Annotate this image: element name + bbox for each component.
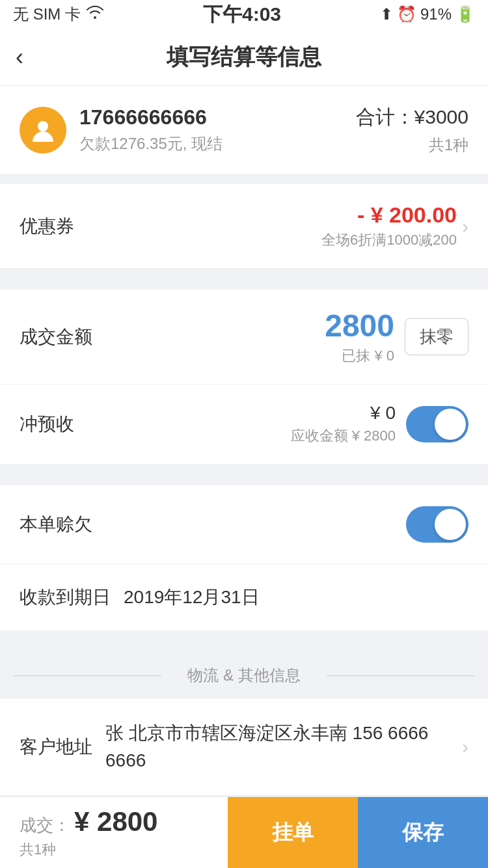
deal-amount-value: 2800 — [325, 308, 394, 344]
svg-point-0 — [38, 121, 48, 131]
debt-row: 本单赊欠 — [0, 485, 488, 564]
due-date-value: 2019年12月31日 — [124, 585, 260, 610]
status-right: ⬆ ⏰ 91% 🔋 — [380, 5, 475, 23]
address-chevron-icon: › — [462, 736, 468, 758]
address-section: 客户地址 张 北京市市辖区海淀区永丰南 156 6666 6666 › — [0, 699, 488, 796]
logistics-separator: 物流 & 其他信息 — [0, 652, 488, 699]
battery-icon: 🔋 — [455, 5, 475, 23]
status-left: 无 SIM 卡 — [13, 4, 104, 25]
wifi-icon — [86, 5, 104, 23]
customer-right: 合计：¥3000 共1种 — [356, 104, 468, 156]
chevron-right-icon: › — [462, 215, 468, 237]
avatar — [20, 107, 66, 154]
total-label: 合计： — [356, 106, 414, 128]
bottom-count: 共1种 — [20, 840, 208, 860]
customer-left: 17666666666 欠款1276.35元, 现结 — [20, 105, 223, 154]
prepay-toggle[interactable] — [406, 406, 468, 442]
prepay-right: ¥ 0 应收金额 ¥ 2800 — [291, 403, 468, 446]
customer-phone: 17666666666 — [79, 105, 223, 129]
debt-toggle-knob — [435, 509, 466, 540]
debt-toggle[interactable] — [406, 506, 468, 543]
deal-right: 2800 已抹 ¥ 0 抹零 — [325, 308, 468, 366]
prepay-row: 冲预收 ¥ 0 应收金额 ¥ 2800 — [0, 385, 488, 465]
coupon-right: - ¥ 200.00 全场6折满1000减200 › — [321, 202, 468, 250]
customer-card: 17666666666 欠款1276.35元, 现结 合计：¥3000 共1种 — [0, 86, 488, 174]
address-label: 客户地址 — [20, 735, 92, 759]
prepay-label: 冲预收 — [20, 412, 74, 437]
bottom-info: 成交： ¥ 2800 共1种 — [0, 797, 228, 868]
coupon-label: 优惠券 — [20, 214, 74, 239]
divider-3 — [0, 642, 488, 652]
debt-section: 本单赊欠 收款到期日 2019年12月31日 — [0, 485, 488, 631]
prepay-amount-col: ¥ 0 应收金额 ¥ 2800 — [291, 403, 396, 446]
nav-bar: ‹ 填写结算等信息 — [0, 29, 488, 86]
bottom-deal-label: 成交： — [20, 814, 70, 837]
coupon-value-col: - ¥ 200.00 全场6折满1000减200 — [321, 202, 457, 250]
total-amount: 合计：¥3000 — [356, 104, 468, 131]
coupon-desc: 全场6折满1000减200 — [321, 230, 457, 250]
bottom-deal-row: 成交： ¥ 2800 — [20, 806, 208, 837]
coupon-row[interactable]: 优惠券 - ¥ 200.00 全场6折满1000减200 › — [0, 184, 488, 269]
no-sim-text: 无 SIM 卡 — [13, 4, 81, 25]
logistics-sep-text: 物流 & 其他信息 — [187, 665, 300, 686]
deal-amount-col: 2800 已抹 ¥ 0 — [325, 308, 394, 366]
total-count: 共1种 — [356, 135, 468, 156]
deal-sub: 已抹 ¥ 0 — [325, 346, 394, 366]
total-value: ¥3000 — [414, 106, 468, 128]
hold-button[interactable]: 挂单 — [228, 797, 358, 868]
debt-label: 本单赊欠 — [20, 512, 92, 537]
customer-info: 17666666666 欠款1276.35元, 现结 — [79, 105, 223, 154]
divider-2 — [0, 475, 488, 485]
deal-section: 成交金额 2800 已抹 ¥ 0 抹零 冲预收 ¥ 0 应收金额 ¥ 2800 — [0, 290, 488, 465]
alarm-icon: ⏰ — [397, 5, 416, 23]
content: 17666666666 欠款1276.35元, 现结 合计：¥3000 共1种 … — [0, 86, 488, 868]
due-date-label: 收款到期日 — [20, 585, 111, 610]
round-zero-button[interactable]: 抹零 — [405, 318, 468, 355]
sep-line-right — [327, 675, 475, 676]
divider-1 — [0, 279, 488, 290]
address-value: 张 北京市市辖区海淀区永丰南 156 6666 6666 — [105, 720, 462, 774]
page-title: 填写结算等信息 — [167, 42, 321, 72]
toggle-knob — [435, 409, 466, 440]
prepay-amount: ¥ 0 — [291, 403, 396, 424]
back-button[interactable]: ‹ — [16, 44, 23, 71]
coupon-section: 优惠券 - ¥ 200.00 全场6折满1000减200 › — [0, 184, 488, 269]
sep-line-left — [13, 675, 161, 676]
deal-amount-row: 成交金额 2800 已抹 ¥ 0 抹零 — [0, 290, 488, 385]
due-date-row: 收款到期日 2019年12月31日 — [0, 564, 488, 631]
deal-label: 成交金额 — [20, 325, 92, 349]
bottom-deal-amount: ¥ 2800 — [74, 806, 157, 837]
status-time: 下午4:03 — [203, 1, 281, 28]
address-row[interactable]: 客户地址 张 北京市市辖区海淀区永丰南 156 6666 6666 › — [0, 699, 488, 796]
battery-text: 91% — [420, 5, 452, 23]
customer-debt: 欠款1276.35元, 现结 — [79, 133, 223, 154]
prepay-sub: 应收金额 ¥ 2800 — [291, 426, 396, 446]
coupon-amount: - ¥ 200.00 — [321, 202, 457, 228]
status-bar: 无 SIM 卡 下午4:03 ⬆ ⏰ 91% 🔋 — [0, 0, 488, 29]
save-button[interactable]: 保存 — [358, 797, 488, 868]
bottom-bar: 成交： ¥ 2800 共1种 挂单 保存 — [0, 796, 488, 868]
location-icon: ⬆ — [380, 5, 393, 23]
